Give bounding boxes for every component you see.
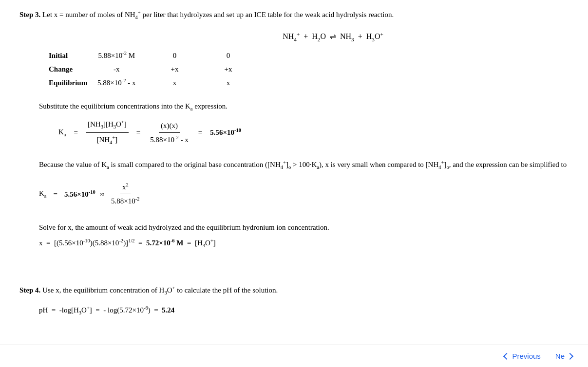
solve-equation: x = [(5.56×10-10)(5.88×10-2)]1/2 = 5.72×… — [39, 237, 569, 250]
ka-fraction-right: (x)(x) 5.88×10-2 - x — [148, 120, 190, 146]
because-section: Because the value of Ka is small compare… — [39, 159, 569, 172]
ice-change-h3o: +x — [213, 62, 252, 76]
ka-approx-fraction: x2 5.88×10-2 — [109, 181, 141, 207]
ice-label-change: Change — [49, 62, 97, 76]
ka-lhs: Ka — [58, 126, 66, 139]
ph-equation: pH = -log[H3O+] = - log(5.72×10-6) = 5.2… — [39, 304, 569, 317]
ice-table: Initial 5.88×10-2 M 0 0 Change -x +x +x … — [49, 49, 252, 90]
ka-denominator-right: 5.88×10-2 - x — [148, 133, 190, 146]
next-button[interactable]: Ne — [550, 349, 578, 363]
ka-approx-lhs: Ka — [39, 187, 47, 201]
ka-expression-row: Ka = [NH3][H3O+] [NH4+] = (x)(x) 5.88×10… — [58, 118, 569, 147]
ice-change-nh3: +x — [145, 62, 213, 76]
previous-button[interactable]: Previous — [498, 349, 546, 363]
ice-row-initial: Initial 5.88×10-2 M 0 0 — [49, 49, 252, 62]
ka-value: 5.56×10-10 — [210, 127, 241, 138]
ka-approx-value: 5.56×10-10 — [64, 188, 95, 200]
step3-label: Step 3. — [19, 11, 40, 18]
ka-fraction-left: [NH3][H3O+] [NH4+] — [86, 118, 129, 147]
ka-approx-numerator: x2 — [120, 181, 131, 194]
step3-header: Step 3. Let x = number of moles of NH4+ … — [19, 9, 569, 21]
ice-eq-nh3: x — [145, 76, 213, 90]
substitute-text: Substitute the equilibrium concentration… — [39, 100, 569, 113]
nav-bar: Previous Ne — [0, 345, 588, 367]
ice-initial-nh3: 0 — [145, 49, 213, 62]
ice-label-equilibrium: Equilibrium — [49, 76, 97, 90]
ice-eq-nh4: 5.88×10-2 - x — [97, 76, 145, 90]
previous-label: Previous — [512, 352, 540, 360]
ice-label-initial: Initial — [49, 49, 97, 62]
ice-initial-nh4: 5.88×10-2 M — [97, 49, 145, 62]
ka-denominator-left: [NH4+] — [95, 133, 119, 147]
because-text: Because the value of Ka is small compare… — [39, 159, 569, 172]
step4-header: Step 4. Use x, the equilibrium concentra… — [19, 284, 569, 297]
ice-change-nh4: -x — [97, 62, 145, 76]
ice-row-change: Change -x +x +x — [49, 62, 252, 76]
ka-numerator-left: [NH3][H3O+] — [86, 118, 129, 133]
chevron-right-icon — [567, 352, 573, 359]
ice-initial-h3o: 0 — [213, 49, 252, 62]
next-label: Ne — [555, 352, 565, 360]
ka-numerator-right: (x)(x) — [159, 120, 180, 133]
reaction-equation: NH4+ + H2O ⇌ NH3 + H3O+ — [97, 30, 569, 44]
solve-text: Solve for x, the amount of weak acid hyd… — [39, 221, 569, 233]
solve-section: Solve for x, the amount of weak acid hyd… — [39, 221, 569, 250]
ice-eq-h3o: x — [213, 76, 252, 90]
ka-approx-denominator: 5.88×10-2 — [109, 194, 141, 207]
ice-row-equilibrium: Equilibrium 5.88×10-2 - x x x — [49, 76, 252, 90]
step4-label: Step 4. — [19, 286, 40, 294]
ka-approx-row: Ka = 5.56×10-10 ≈ x2 5.88×10-2 — [39, 181, 569, 207]
chevron-left-icon — [503, 352, 510, 359]
